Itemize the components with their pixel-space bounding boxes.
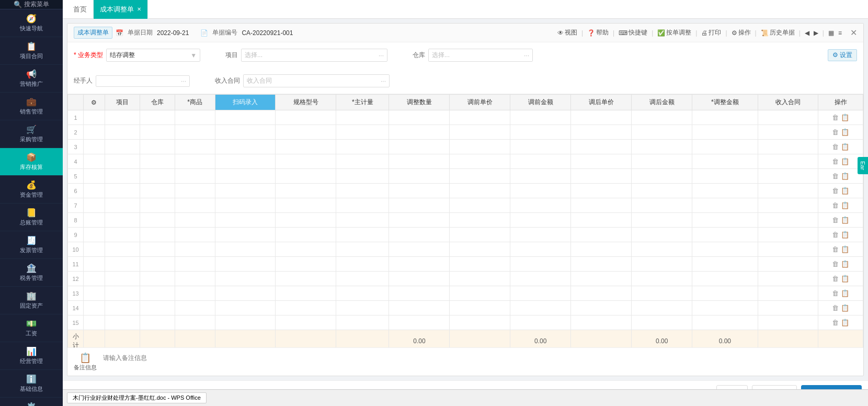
copy-icon[interactable]: 📋: [841, 187, 849, 195]
cell-settings[interactable]: [84, 315, 105, 330]
cell-after-amount[interactable]: [632, 286, 692, 301]
cell-before-price[interactable]: [450, 110, 510, 125]
cell-before-price[interactable]: [450, 154, 510, 169]
cell-after-price[interactable]: [571, 125, 632, 140]
copy-icon[interactable]: 📋: [841, 201, 849, 209]
cell-goods[interactable]: [175, 213, 215, 228]
copy-icon[interactable]: 📋: [841, 172, 849, 180]
delete-icon[interactable]: 🗑: [832, 157, 839, 165]
cell-spec-type[interactable]: [276, 140, 336, 154]
cell-warehouse[interactable]: [140, 257, 175, 272]
cell-after-amount[interactable]: [632, 257, 692, 272]
sidebar-item-tax-mgmt[interactable]: 🏦税务管理: [0, 259, 63, 287]
cell-before-price[interactable]: [450, 315, 510, 330]
cell-project[interactable]: [105, 110, 140, 125]
cell-adj-qty[interactable]: [389, 213, 450, 228]
cell-after-amount[interactable]: [632, 315, 692, 330]
cell-income-contract[interactable]: [758, 272, 818, 286]
cell-main-qty[interactable]: [336, 301, 389, 315]
copy-icon[interactable]: 📋: [841, 260, 849, 268]
cell-after-amount[interactable]: [632, 242, 692, 257]
view-btn[interactable]: 👁 视图: [557, 28, 577, 37]
cell-goods[interactable]: [175, 286, 215, 301]
tab-home[interactable]: 首页: [67, 0, 94, 19]
sidebar-item-fixed-assets[interactable]: 🏢固定资产: [0, 287, 63, 314]
cell-adj-amount[interactable]: [692, 198, 758, 213]
cell-before-price[interactable]: [450, 198, 510, 213]
cell-after-price[interactable]: [571, 301, 632, 315]
cell-after-price[interactable]: [571, 315, 632, 330]
cell-scan-input[interactable]: [215, 286, 276, 301]
cell-action[interactable]: 🗑📋: [818, 154, 863, 169]
cell-settings[interactable]: [84, 125, 105, 140]
cell-adj-qty[interactable]: [389, 301, 450, 315]
cell-goods[interactable]: [175, 315, 215, 330]
copy-icon[interactable]: 📋: [841, 114, 849, 121]
cell-settings[interactable]: [84, 213, 105, 228]
cell-goods[interactable]: [175, 257, 215, 272]
cell-adj-amount[interactable]: [692, 286, 758, 301]
income-contract-value[interactable]: 收入合同 ···: [243, 74, 390, 87]
cell-warehouse[interactable]: [140, 315, 175, 330]
col-scan-input[interactable]: 扫码录入: [215, 95, 276, 110]
cell-after-amount[interactable]: [632, 110, 692, 125]
cell-scan-input[interactable]: [215, 242, 276, 257]
delete-icon[interactable]: 🗑: [832, 275, 839, 283]
sidebar-item-finance-mgmt[interactable]: 💰资金管理: [0, 176, 63, 204]
cell-after-amount[interactable]: [632, 169, 692, 184]
cell-spec-type[interactable]: [276, 184, 336, 198]
cell-main-qty[interactable]: [336, 213, 389, 228]
notes-input[interactable]: [101, 352, 857, 364]
cell-action[interactable]: 🗑📋: [818, 169, 863, 184]
cell-action[interactable]: 🗑📋: [818, 125, 863, 140]
cell-warehouse[interactable]: [140, 286, 175, 301]
history-btn[interactable]: 📜 历史单据: [761, 28, 795, 37]
cell-project[interactable]: [105, 169, 140, 184]
delete-icon[interactable]: 🗑: [832, 216, 839, 224]
sidebar-logo-label[interactable]: 搜索菜单: [24, 0, 49, 9]
delete-icon[interactable]: 🗑: [832, 114, 839, 121]
cell-after-amount[interactable]: [632, 301, 692, 315]
cell-after-price[interactable]: [571, 286, 632, 301]
cell-income-contract[interactable]: [758, 154, 818, 169]
sidebar-logo[interactable]: 🔍 搜索菜单: [0, 0, 63, 9]
cell-spec-type[interactable]: [276, 272, 336, 286]
list-view-btn[interactable]: ≡: [838, 29, 842, 37]
cell-settings[interactable]: [84, 286, 105, 301]
copy-icon[interactable]: 📋: [841, 319, 849, 326]
cell-after-price[interactable]: [571, 272, 632, 286]
cell-before-price[interactable]: [450, 213, 510, 228]
sidebar-item-inventory-calc[interactable]: 📦库存核算: [0, 148, 63, 176]
sidebar-item-system-mgmt[interactable]: ⚙️系统管理: [0, 398, 63, 406]
cell-adj-amount[interactable]: [692, 154, 758, 169]
cell-adj-qty[interactable]: [389, 198, 450, 213]
cell-action[interactable]: 🗑📋: [818, 213, 863, 228]
cell-warehouse[interactable]: [140, 272, 175, 286]
sidebar-item-payroll[interactable]: 💵工资: [0, 314, 63, 342]
cell-settings[interactable]: [84, 198, 105, 213]
sidebar-item-quick-nav[interactable]: 🧭快速导航: [0, 9, 63, 37]
copy-icon[interactable]: 📋: [841, 304, 849, 312]
cell-before-price[interactable]: [450, 301, 510, 315]
cell-warehouse[interactable]: [140, 125, 175, 140]
cell-before-price[interactable]: [450, 169, 510, 184]
cell-adj-qty[interactable]: [389, 315, 450, 330]
sidebar-item-sales-mgmt[interactable]: 💼销售管理: [0, 93, 63, 120]
cell-main-qty[interactable]: [336, 154, 389, 169]
cell-scan-input[interactable]: [215, 140, 276, 154]
cell-adj-amount[interactable]: [692, 242, 758, 257]
cell-income-contract[interactable]: [758, 169, 818, 184]
delete-icon[interactable]: 🗑: [832, 304, 839, 312]
cell-before-amount[interactable]: [510, 286, 571, 301]
cell-scan-input[interactable]: [215, 198, 276, 213]
cell-before-amount[interactable]: [510, 154, 571, 169]
cell-main-qty[interactable]: [336, 184, 389, 198]
cell-settings[interactable]: [84, 154, 105, 169]
cell-adj-amount[interactable]: [692, 184, 758, 198]
sidebar-item-purchase-mgmt[interactable]: 🛒采购管理: [0, 120, 63, 148]
cell-warehouse[interactable]: [140, 301, 175, 315]
settings-btn[interactable]: ⚙ 设置: [828, 49, 857, 61]
cell-adj-qty[interactable]: [389, 140, 450, 154]
cell-scan-input[interactable]: [215, 213, 276, 228]
cell-adj-qty[interactable]: [389, 257, 450, 272]
